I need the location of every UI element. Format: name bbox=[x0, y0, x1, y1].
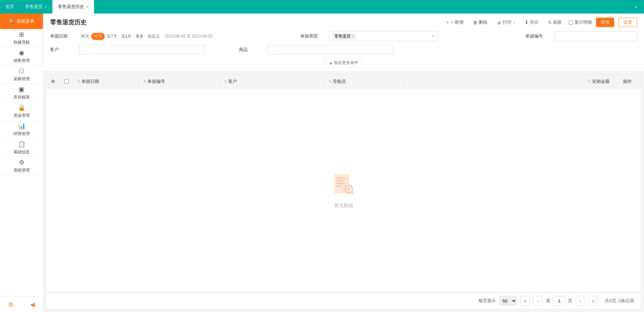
print-label: 打印 bbox=[503, 19, 511, 25]
page-info: 第 页 bbox=[546, 296, 572, 306]
sidebar-item-operations-mgmt-label: 经营管理 bbox=[14, 131, 30, 137]
sidebar-item-purchase-mgmt[interactable]: ⬡ 采购管理 bbox=[0, 66, 43, 84]
th-amount[interactable]: ⇅ 实销金额 bbox=[557, 75, 614, 88]
svg-rect-1 bbox=[336, 178, 345, 179]
th-action-label: 操作 bbox=[623, 79, 632, 85]
sidebar-item-system-mgmt-label: 系统管理 bbox=[14, 168, 30, 173]
sidebar-item-quick-nav[interactable]: ⊞ 快捷导航 bbox=[0, 29, 43, 47]
svg-rect-4 bbox=[336, 186, 341, 187]
settings-label: 设置 bbox=[623, 19, 632, 25]
customer-input[interactable]: ... bbox=[79, 45, 205, 55]
sidebar-item-basic-info-label: 基础信息 bbox=[14, 149, 30, 155]
export-label: 导出 bbox=[530, 19, 539, 25]
page-unit: 页 bbox=[568, 298, 572, 304]
th-doc-date[interactable]: ⇅ 单据日期 bbox=[73, 75, 139, 88]
settings-bottom-icon[interactable]: ⚙ bbox=[8, 301, 14, 308]
tab-retail-return-label: 零售退货 bbox=[25, 4, 43, 10]
pagination-bar: 每页显示 50 10 20 100 « ‹ 第 页 › » bbox=[46, 292, 641, 309]
sidebar-search-label: 搜索菜单 bbox=[17, 18, 34, 24]
select-all-checkbox[interactable] bbox=[64, 79, 69, 84]
th-checkbox[interactable] bbox=[60, 75, 73, 88]
tab-retail-return-history-close[interactable]: × bbox=[86, 4, 89, 9]
sort-icon-amount: ⇅ bbox=[588, 80, 591, 83]
export-button[interactable]: ⬆ 导出 bbox=[522, 18, 541, 27]
add-label: + 新增 bbox=[451, 19, 463, 25]
sidebar-item-system-mgmt[interactable]: ⚙ 系统管理 bbox=[0, 157, 43, 175]
tab-retail-return-history-label: 零售退货历史 bbox=[58, 4, 84, 10]
th-customer[interactable]: ⇅ 客户 bbox=[220, 75, 325, 88]
collapse-icon: ▲ bbox=[329, 61, 333, 65]
sort-icon-date: ⇅ bbox=[77, 80, 80, 83]
per-page-select[interactable]: 50 10 20 100 bbox=[499, 296, 517, 306]
th-doc-date-label: 单据日期 bbox=[81, 79, 99, 85]
product-ellipsis: ... bbox=[272, 47, 276, 52]
print-button[interactable]: 🖨 打印 ∨ bbox=[494, 18, 518, 27]
sidebar-item-basic-info[interactable]: 📋 基础信息 bbox=[0, 139, 43, 157]
page-input[interactable] bbox=[552, 296, 566, 306]
last-page-button[interactable]: » bbox=[589, 296, 598, 306]
filter-area: 单据日期 昨天 今天 近7天 近1月 更多 自定义 2023-06-02 至 2… bbox=[50, 31, 637, 71]
collapse-label: 收起更多条件 bbox=[334, 60, 358, 66]
prev-page-button[interactable]: ‹ bbox=[533, 296, 543, 306]
table-area: ⚙ ⇅ 单据日期 ⇅ 单据编号 ⇅ 客户 ⇅ bbox=[46, 74, 641, 292]
collapse-sidebar-icon[interactable]: ◀ bbox=[30, 301, 35, 308]
customer-ellipsis: ... bbox=[84, 47, 87, 52]
page-label: 第 bbox=[546, 298, 550, 304]
sidebar-item-quick-nav-label: 快捷导航 bbox=[14, 40, 30, 45]
settings-button[interactable]: 设置 bbox=[618, 18, 637, 27]
first-page-icon: « bbox=[524, 298, 526, 304]
date-option-today[interactable]: 今天 bbox=[91, 33, 105, 40]
doc-no-label: 单据编号 bbox=[525, 33, 549, 39]
sidebar-item-sales-mgmt[interactable]: ◉ 销售管理 bbox=[0, 47, 43, 66]
sidebar-item-operations-mgmt[interactable]: 📊 经营管理 bbox=[0, 120, 43, 139]
add-button[interactable]: ＋ + 新增 bbox=[443, 18, 466, 27]
collapse-button[interactable]: ▲ 收起更多条件 bbox=[325, 58, 363, 67]
display-detail-wrapper[interactable]: 显示明细 bbox=[569, 19, 592, 25]
query-button[interactable]: 查询 bbox=[596, 18, 614, 27]
date-option-yesterday[interactable]: 昨天 bbox=[79, 33, 91, 40]
toolbar: ＋ + 新增 🗑 删除 🖨 打印 ∨ ⬆ 导出 bbox=[443, 18, 637, 27]
inventory-mgmt-icon: ▣ bbox=[19, 86, 24, 93]
svg-rect-3 bbox=[336, 183, 345, 184]
doc-type-select[interactable]: 零售退货 × ∨ bbox=[329, 31, 437, 41]
tab-home[interactable]: 首页 bbox=[0, 0, 20, 14]
filter-row-2: 客户 ... 商品 ... bbox=[50, 45, 637, 55]
display-detail-checkbox[interactable] bbox=[569, 20, 573, 25]
th-guide[interactable]: ⇅ 导购员 bbox=[325, 75, 405, 88]
th-doc-no[interactable]: ⇅ 单据编号 bbox=[139, 75, 220, 88]
tab-home-label: 首页 bbox=[5, 4, 14, 10]
date-filter-label: 单据日期 bbox=[50, 33, 74, 39]
first-page-button[interactable]: « bbox=[520, 296, 530, 306]
sidebar-item-finance-mgmt[interactable]: 🔒 资金管理 bbox=[0, 102, 43, 120]
purchase-mgmt-icon: ⬡ bbox=[19, 67, 24, 75]
doc-type-label: 单据类型 bbox=[300, 33, 324, 39]
sidebar-item-sales-mgmt-label: 销售管理 bbox=[14, 58, 30, 64]
date-option-7days[interactable]: 近7天 bbox=[105, 33, 119, 40]
date-option-more[interactable]: 更多 bbox=[134, 33, 146, 40]
sidebar-item-inventory-mgmt[interactable]: ▣ 库存核算 bbox=[0, 84, 43, 102]
sidebar-item-inventory-mgmt-label: 库存核算 bbox=[14, 94, 30, 100]
sidebar-search[interactable]: 🔍 搜索菜单 bbox=[0, 14, 43, 29]
sidebar-item-finance-mgmt-label: 资金管理 bbox=[14, 113, 30, 118]
product-input[interactable]: ... bbox=[268, 45, 393, 55]
doc-no-input[interactable] bbox=[554, 31, 637, 41]
page-header: 零售退货历史 ＋ + 新增 🗑 删除 🖨 打印 ∨ bbox=[43, 14, 644, 72]
doc-type-tag-close[interactable]: × bbox=[352, 35, 354, 38]
date-option-custom[interactable]: 自定义 bbox=[146, 33, 162, 40]
top-bar-close[interactable]: × bbox=[635, 4, 644, 9]
th-settings[interactable]: ⚙ bbox=[46, 75, 60, 88]
export-icon: ⬆ bbox=[525, 20, 528, 25]
refresh-button[interactable]: ↻ 刷新 bbox=[545, 18, 565, 27]
next-page-button[interactable]: › bbox=[576, 296, 585, 306]
th-amount-label: 实销金额 bbox=[592, 79, 610, 85]
top-bar: 首页 零售退货 × 零售退货历史 × × bbox=[0, 0, 644, 14]
tab-retail-return[interactable]: 零售退货 × bbox=[20, 0, 52, 14]
tab-retail-return-close[interactable]: × bbox=[45, 4, 47, 9]
delete-button[interactable]: 🗑 删除 bbox=[470, 18, 490, 27]
date-option-1month[interactable]: 近1月 bbox=[119, 33, 134, 40]
settings-col-icon: ⚙ bbox=[51, 79, 55, 84]
tab-retail-return-history[interactable]: 零售退货历史 × bbox=[52, 0, 94, 14]
empty-state-icon bbox=[330, 172, 357, 199]
display-detail-label: 显示明细 bbox=[574, 19, 592, 25]
next-page-icon: › bbox=[580, 298, 581, 304]
